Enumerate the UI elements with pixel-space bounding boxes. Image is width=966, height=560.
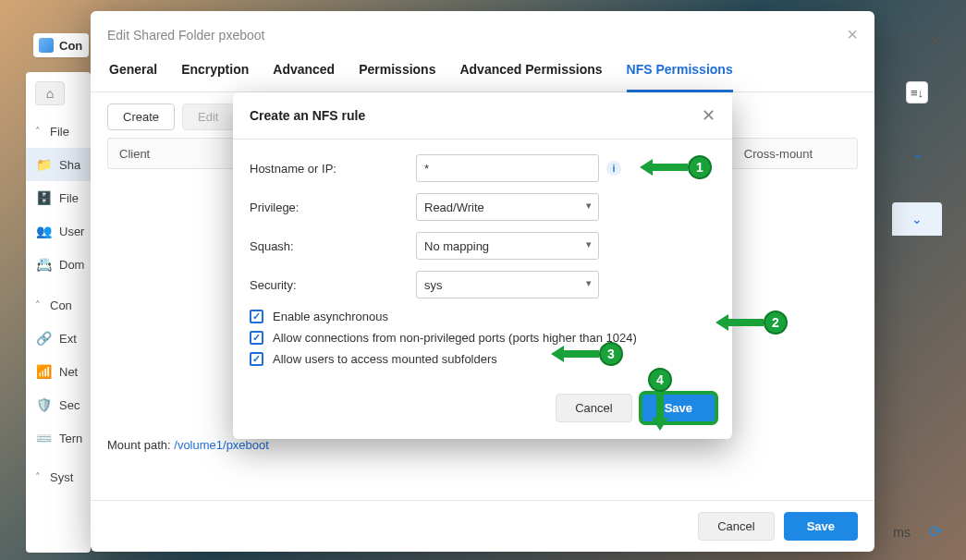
- checkbox-subfolders[interactable]: ✓Allow users to access mounted subfolder…: [250, 352, 715, 366]
- checkbox-icon: ✓: [250, 310, 263, 323]
- checkbox-icon: ✓: [250, 331, 263, 345]
- sort-icon[interactable]: ≡↓: [906, 81, 928, 103]
- file-icon: 🗄️: [35, 189, 52, 206]
- create-button[interactable]: Create: [107, 103, 175, 130]
- sidebar: ⌂ ˄File 📁Sha 🗄️File 👥User 📇Dom ˄Con 🔗Ext…: [26, 72, 91, 553]
- shield-icon: 🛡️: [35, 396, 52, 413]
- chevron-up-icon: ˄: [35, 471, 41, 483]
- close-icon[interactable]: ✕: [702, 105, 715, 126]
- sidebar-item-shared[interactable]: 📁Sha: [26, 148, 91, 181]
- footer-text: ms: [893, 525, 911, 540]
- indicator-3: 3: [551, 342, 623, 366]
- dialog-title: Edit Shared Folder pxeboot: [107, 28, 264, 43]
- sidebar-item-fileservices[interactable]: 🗄️File: [26, 181, 91, 214]
- bg-window-con: Con: [33, 33, 89, 57]
- card-icon: 📇: [35, 256, 52, 273]
- edit-button: Edit: [182, 103, 234, 130]
- inner-dialog-title: Create an NFS rule: [250, 108, 365, 123]
- outer-cancel-button[interactable]: Cancel: [698, 512, 774, 541]
- security-select[interactable]: sys: [416, 271, 599, 298]
- privilege-label: Privilege:: [250, 201, 416, 214]
- home-icon[interactable]: ⌂: [35, 81, 65, 105]
- users-icon: 👥: [35, 223, 52, 239]
- mount-path-link[interactable]: /volume1/pxeboot: [174, 438, 269, 452]
- refresh-icon[interactable]: ⟳: [929, 522, 942, 542]
- chevron-up-icon: ˄: [35, 126, 41, 138]
- hostname-input[interactable]: [416, 154, 599, 182]
- chevron-down-icon[interactable]: ⌄: [911, 144, 923, 162]
- sidebar-item-domain[interactable]: 📇Dom: [26, 248, 91, 281]
- sidebar-item-user[interactable]: 👥User: [26, 214, 91, 248]
- tab-nfs-permissions[interactable]: NFS Permissions: [627, 62, 733, 92]
- tab-permissions[interactable]: Permissions: [359, 62, 435, 91]
- sidebar-conn-group[interactable]: ˄Con: [26, 288, 91, 322]
- bg-window-controls: ▢ ✕: [898, 30, 942, 51]
- network-icon: 📶: [35, 363, 52, 380]
- sidebar-item-terminal[interactable]: ⌨️Tern: [26, 421, 91, 455]
- sidebar-sys-group[interactable]: ˄Syst: [26, 460, 91, 493]
- info-icon[interactable]: i: [606, 161, 621, 176]
- indicator-1: 1: [640, 155, 712, 179]
- square-icon: ▢: [898, 30, 913, 51]
- tab-advanced[interactable]: Advanced: [273, 62, 335, 91]
- sidebar-item-security[interactable]: 🛡️Sec: [26, 388, 91, 421]
- outer-save-button[interactable]: Save: [784, 512, 858, 541]
- sidebar-item-external[interactable]: 🔗Ext: [26, 322, 91, 355]
- hostname-label: Hostname or IP:: [250, 162, 416, 176]
- tab-adv-permissions[interactable]: Advanced Permissions: [459, 62, 602, 91]
- indicator-2: 2: [715, 310, 788, 335]
- mount-path: Mount path: /volume1/pxeboot: [107, 438, 269, 452]
- folder-icon: 📁: [35, 156, 52, 173]
- inner-cancel-button[interactable]: Cancel: [556, 394, 631, 422]
- tab-encryption[interactable]: Encryption: [181, 62, 249, 91]
- indicator-4: 4: [648, 368, 672, 431]
- squash-select[interactable]: No mapping: [416, 232, 599, 260]
- checkbox-icon: ✓: [250, 352, 263, 366]
- squash-label: Squash:: [250, 239, 416, 253]
- privilege-select[interactable]: Read/Write: [416, 193, 599, 221]
- checkbox-nonpriv-ports[interactable]: ✓Allow connections from non-privileged p…: [250, 331, 715, 345]
- checkbox-async[interactable]: ✓Enable asynchronous: [250, 310, 715, 323]
- security-label: Security:: [250, 278, 416, 292]
- close-icon[interactable]: ×: [847, 24, 858, 45]
- dialog-tabs: General Encryption Advanced Permissions …: [91, 49, 874, 92]
- sidebar-item-network[interactable]: 📶Net: [26, 355, 91, 388]
- link-icon: 🔗: [35, 330, 52, 347]
- tab-general[interactable]: General: [109, 62, 157, 91]
- chevron-up-icon: ˄: [35, 299, 41, 311]
- sidebar-file-group[interactable]: ˄File: [26, 115, 91, 148]
- terminal-icon: ⌨️: [35, 430, 52, 446]
- close-icon: ✕: [928, 30, 942, 51]
- expand-chevron-icon[interactable]: ⌄: [892, 202, 942, 236]
